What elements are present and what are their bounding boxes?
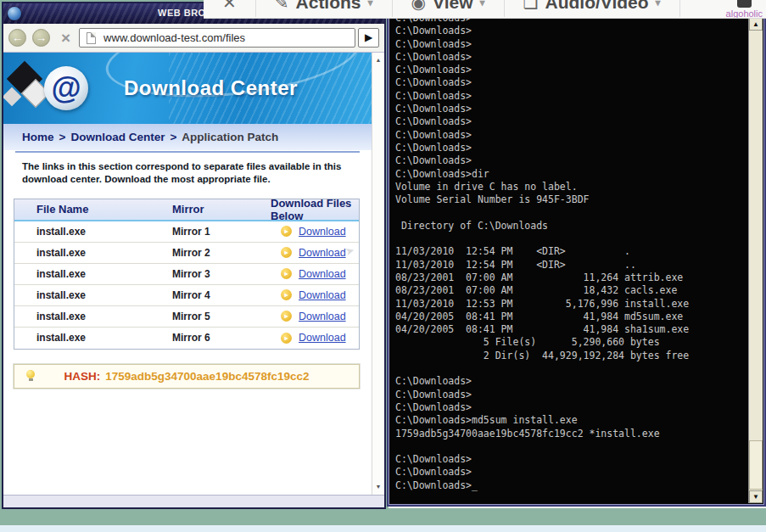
menu-label: Actions xyxy=(296,0,361,13)
download-bullet-icon: ▸ xyxy=(281,226,292,237)
terminal-window[interactable]: C:\Downloads> C:\Downloads> C:\Downloads… xyxy=(387,15,766,507)
page-description: The links in this section correspond to … xyxy=(3,153,372,186)
mirror-cell: Mirror 5 xyxy=(142,311,260,322)
file-name-cell: install.exe xyxy=(14,247,142,259)
scroll-up-icon[interactable]: ▲ xyxy=(372,54,384,66)
download-link[interactable]: Download xyxy=(299,332,346,344)
mirror-cell: Mirror 1 xyxy=(142,226,260,238)
download-cell: ▸Download xyxy=(260,226,359,238)
mirror-cell: Mirror 2 xyxy=(142,247,260,259)
desktop: WEB BROWSER ← → × ▶ @ xyxy=(0,0,766,532)
hash-box: HASH:1759adb5g34700aae19bc4578fc19cc2 xyxy=(14,364,360,389)
file-name-cell: install.exe xyxy=(14,268,142,280)
bottom-strip xyxy=(0,525,766,532)
menu-audio-video[interactable]: ❏Audio/Video▾ xyxy=(505,0,680,17)
recorder-toolbar: ✕✎Actions▾◉View▾❏Audio/Video▾ algoholic xyxy=(204,0,766,19)
download-cell: ▸Download xyxy=(260,332,359,344)
download-bullet-icon: ▸ xyxy=(281,311,292,322)
chevron-down-icon: ▾ xyxy=(656,0,661,8)
go-button[interactable]: ▶ xyxy=(358,28,379,48)
column-header-download: Download Files Below xyxy=(260,197,359,222)
download-cell: ▸Download xyxy=(260,268,359,280)
download-bullet-icon: ▸ xyxy=(281,289,292,300)
browser-content: @ Download Center Home>Download Center>A… xyxy=(3,53,384,495)
breadcrumb-separator: > xyxy=(170,131,176,143)
brand-name: algoholic xyxy=(726,8,763,19)
browser-window: WEB BROWSER ← → × ▶ @ xyxy=(2,2,386,509)
column-header-file-name: File Name xyxy=(14,203,142,216)
file-name-cell: install.exe xyxy=(14,311,142,322)
mirror-cell: Mirror 4 xyxy=(142,289,260,301)
menu-view[interactable]: ◉View▾ xyxy=(393,0,505,17)
eye-icon: ◉ xyxy=(411,0,426,13)
address-bar xyxy=(79,28,355,48)
download-cell: ▸Download xyxy=(260,289,359,301)
table-row: install.exeMirror 1▸Download xyxy=(14,221,359,243)
file-name-cell: install.exe xyxy=(14,332,142,344)
download-bullet-icon: ▸ xyxy=(281,247,292,258)
column-header-mirror: Mirror xyxy=(142,203,260,216)
menu-label: View xyxy=(433,0,472,13)
browser-nav-toolbar: ← → × ▶ xyxy=(3,24,384,53)
download-link[interactable]: Download xyxy=(299,268,346,280)
address-input[interactable] xyxy=(102,31,351,45)
download-link[interactable]: Download xyxy=(299,289,346,301)
chevron-down-icon: ▾ xyxy=(480,0,485,8)
browser-statusbar xyxy=(3,495,384,507)
bubble-icon: ❏ xyxy=(523,0,539,13)
recorder-close-button[interactable]: ✕ xyxy=(204,0,256,17)
banner-title: Download Center xyxy=(124,76,298,100)
terminal-screen[interactable]: C:\Downloads> C:\Downloads> C:\Downloads… xyxy=(391,18,747,503)
forward-button[interactable]: → xyxy=(32,29,50,47)
stop-icon[interactable]: × xyxy=(61,29,70,47)
breadcrumb-separator: > xyxy=(59,131,66,143)
page-scrollbar[interactable]: ▲ ▼ xyxy=(372,53,384,495)
table-header-row: File Name Mirror Download Files Below xyxy=(14,199,359,221)
hash-label: HASH: xyxy=(64,370,101,383)
breadcrumb: Home>Download Center>Application Patch xyxy=(3,124,372,150)
download-bullet-icon: ▸ xyxy=(281,268,292,279)
site-banner: @ Download Center xyxy=(3,53,372,124)
download-cell: ▸Download xyxy=(260,311,359,322)
breadcrumb-item[interactable]: Home xyxy=(22,131,54,143)
breadcrumb-item: Application Patch xyxy=(182,131,278,143)
terminal-scroll-thumb[interactable] xyxy=(749,440,763,490)
terminal-output: C:\Downloads> C:\Downloads> C:\Downloads… xyxy=(391,18,747,492)
lightbulb-icon xyxy=(26,370,35,379)
hash-value: 1759adb5g34700aae19bc4578fc19cc2 xyxy=(105,370,309,383)
terminal-scroll-up-icon[interactable]: ▲ xyxy=(749,18,763,31)
download-link[interactable]: Download xyxy=(299,226,346,238)
breadcrumb-item[interactable]: Download Center xyxy=(70,131,165,143)
download-table-rows: install.exeMirror 1▸Downloadinstall.exeM… xyxy=(14,221,359,349)
menu-label: Audio/Video xyxy=(545,0,648,13)
mirror-cell: Mirror 6 xyxy=(142,332,260,344)
recorder-brand: algoholic xyxy=(726,0,763,19)
chevron-down-icon: ▾ xyxy=(368,0,373,8)
table-row: install.exeMirror 3▸Download xyxy=(14,264,359,285)
download-link[interactable]: Download xyxy=(299,311,346,322)
brand-logo-icon xyxy=(737,0,752,8)
table-row: install.exeMirror 4▸Download xyxy=(14,285,359,306)
scroll-down-icon[interactable]: ▼ xyxy=(372,481,384,493)
mirror-cell: Mirror 3 xyxy=(142,268,260,280)
terminal-scroll-down-icon[interactable]: ▼ xyxy=(749,490,763,503)
at-logo-icon: @ xyxy=(44,66,88,110)
menu-actions[interactable]: ✎Actions▾ xyxy=(256,0,393,17)
close-icon: ✕ xyxy=(222,0,237,13)
table-row: install.exeMirror 2▸Download xyxy=(14,243,359,264)
terminal-scrollbar[interactable]: ▲ ▼ xyxy=(748,18,763,503)
back-button[interactable]: ← xyxy=(8,29,26,47)
globe-icon xyxy=(8,7,21,20)
table-row: install.exeMirror 5▸Download xyxy=(14,306,359,328)
table-row: install.exeMirror 6▸Download xyxy=(14,328,359,349)
download-bullet-icon: ▸ xyxy=(281,333,292,344)
download-table: File Name Mirror Download Files Below in… xyxy=(14,199,360,350)
file-name-cell: install.exe xyxy=(14,289,142,301)
page-icon xyxy=(87,32,96,44)
file-name-cell: install.exe xyxy=(14,226,142,238)
pencil-icon: ✎ xyxy=(275,0,289,13)
download-link[interactable]: Download xyxy=(299,247,346,259)
